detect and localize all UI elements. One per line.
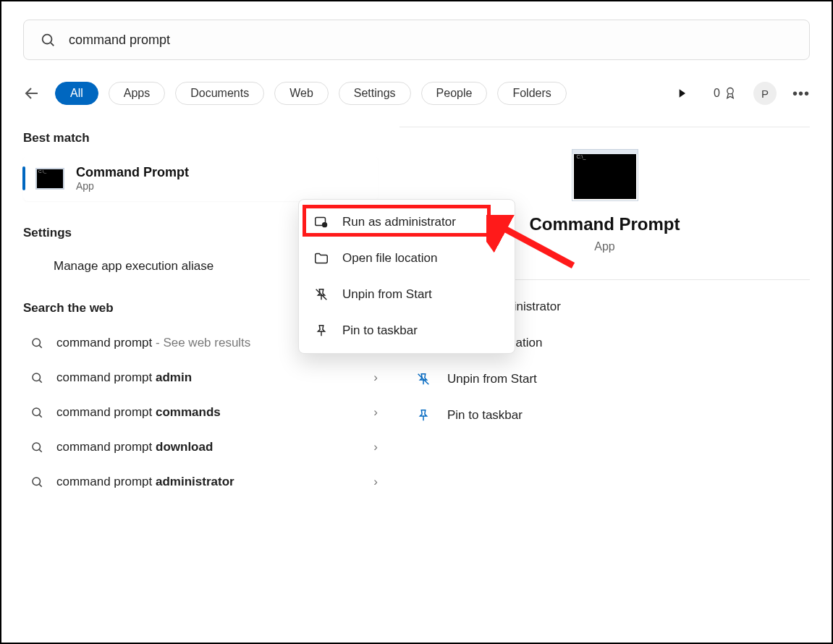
- action-label: Pin to taskbar: [447, 408, 523, 423]
- svg-line-10: [39, 415, 41, 417]
- preview-app-icon: [572, 149, 638, 201]
- filter-pill-documents[interactable]: Documents: [175, 82, 264, 105]
- svg-point-9: [33, 408, 41, 416]
- chevron-right-icon[interactable]: [675, 86, 689, 101]
- chevron-right-icon: ›: [373, 440, 378, 454]
- svg-line-8: [39, 380, 41, 382]
- rewards-indicator[interactable]: 0: [714, 86, 737, 101]
- preview-sub: App: [594, 240, 614, 253]
- best-match-result[interactable]: Command Prompt App: [23, 156, 378, 201]
- cmd-icon: [35, 168, 64, 190]
- avatar-initial: P: [761, 88, 769, 100]
- rewards-count: 0: [714, 87, 720, 100]
- action-label: Unpin from Start: [447, 372, 537, 386]
- filter-pill-web[interactable]: Web: [274, 82, 329, 105]
- filter-pill-apps[interactable]: Apps: [109, 82, 165, 105]
- avatar[interactable]: P: [753, 82, 777, 105]
- filter-pill-folders[interactable]: Folders: [497, 82, 566, 105]
- svg-point-13: [33, 478, 41, 486]
- best-match-heading: Best match: [23, 131, 378, 145]
- svg-point-7: [33, 373, 41, 381]
- filter-row: All Apps Documents Web Settings People F…: [23, 82, 810, 105]
- web-text: command prompt: [56, 370, 156, 384]
- unpin-icon: [313, 287, 329, 302]
- search-icon: [30, 475, 43, 488]
- filter-pill-all[interactable]: All: [55, 82, 98, 105]
- filter-pill-settings[interactable]: Settings: [339, 82, 411, 105]
- web-bold: admin: [156, 370, 192, 384]
- search-input[interactable]: [69, 33, 793, 48]
- folder-icon: [313, 250, 329, 266]
- search-icon: [30, 371, 43, 384]
- web-text: command prompt: [56, 336, 152, 349]
- web-bold: commands: [156, 405, 221, 419]
- svg-line-6: [39, 345, 41, 347]
- search-bar[interactable]: [23, 20, 810, 60]
- web-bold: administrator: [156, 475, 234, 488]
- unpin-icon: [415, 371, 431, 387]
- preview-title: Command Prompt: [529, 214, 680, 234]
- action-pin-taskbar[interactable]: Pin to taskbar: [415, 407, 801, 423]
- best-match-name: Command Prompt: [76, 165, 189, 180]
- context-label: Unpin from Start: [342, 287, 432, 302]
- svg-point-21: [322, 222, 327, 227]
- back-icon[interactable]: [23, 85, 41, 102]
- chevron-right-icon: ›: [373, 405, 378, 420]
- web-result-2[interactable]: command prompt commands ›: [23, 395, 378, 430]
- shield-icon: [313, 214, 329, 230]
- web-result-4[interactable]: command prompt administrator ›: [23, 465, 378, 499]
- web-text: command prompt: [56, 405, 156, 419]
- context-run-as-admin[interactable]: Run as administrator: [299, 204, 515, 240]
- web-result-1[interactable]: command prompt admin ›: [23, 360, 378, 395]
- svg-line-12: [39, 449, 41, 452]
- best-match-sub: App: [76, 180, 189, 192]
- svg-point-5: [33, 339, 41, 347]
- context-label: Pin to taskbar: [342, 323, 418, 338]
- context-menu: Run as administrator Open file location …: [298, 199, 515, 354]
- web-text: command prompt: [56, 475, 156, 488]
- search-icon: [30, 336, 43, 349]
- svg-point-11: [33, 443, 41, 451]
- pin-icon: [415, 407, 431, 423]
- filter-pills: All Apps Documents Web Settings People F…: [55, 82, 664, 105]
- context-label: Open file location: [342, 251, 437, 266]
- search-icon: [30, 441, 43, 454]
- svg-point-4: [727, 88, 733, 94]
- context-unpin-start[interactable]: Unpin from Start: [299, 276, 515, 313]
- svg-point-0: [43, 35, 52, 44]
- svg-line-1: [51, 43, 54, 46]
- chevron-right-icon: ›: [373, 370, 378, 385]
- svg-line-14: [39, 484, 41, 486]
- action-unpin-start[interactable]: Unpin from Start: [415, 371, 801, 387]
- svg-marker-3: [680, 89, 685, 98]
- filter-pill-people[interactable]: People: [421, 82, 488, 105]
- web-result-3[interactable]: command prompt download ›: [23, 430, 378, 465]
- web-suffix: - See web results: [152, 336, 250, 349]
- web-bold: download: [156, 440, 213, 454]
- pin-icon: [313, 323, 329, 339]
- more-menu-icon[interactable]: •••: [792, 85, 810, 102]
- chevron-right-icon: ›: [373, 475, 378, 489]
- context-label: Run as administrator: [342, 215, 456, 229]
- context-pin-taskbar[interactable]: Pin to taskbar: [299, 313, 515, 349]
- web-text: command prompt: [56, 440, 156, 454]
- search-icon: [40, 32, 56, 48]
- medal-icon: [723, 86, 737, 101]
- search-icon: [30, 406, 43, 419]
- context-open-file-location[interactable]: Open file location: [299, 240, 515, 276]
